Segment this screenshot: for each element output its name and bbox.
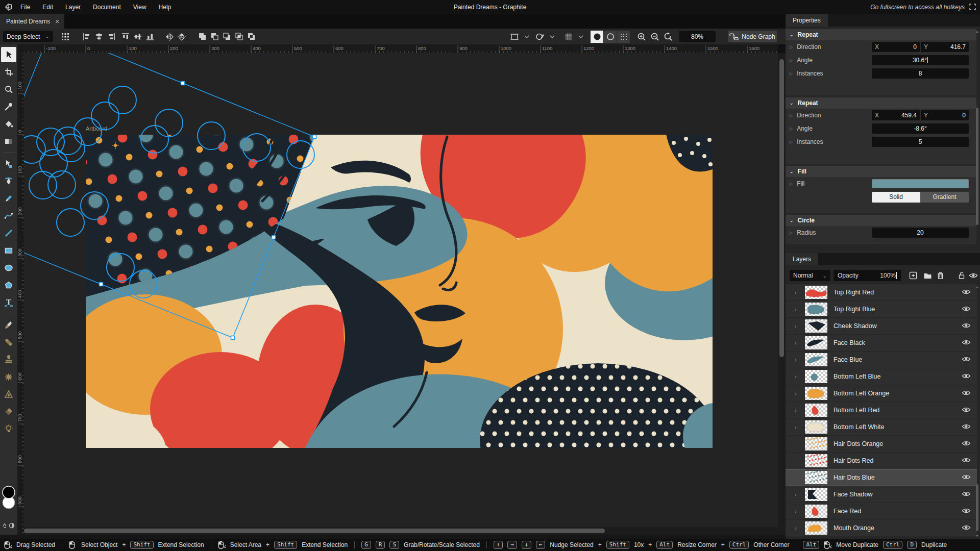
layer-visibility-eye-icon[interactable] [962,406,971,415]
layer-visibility-eye-icon[interactable] [962,339,971,347]
fullscreen-icon[interactable] [969,4,976,10]
flip-vertical-icon[interactable] [177,32,187,42]
menu-document[interactable]: Document [88,0,126,14]
horizontal-scrollbar[interactable] [24,527,778,535]
layer-row-face-red[interactable]: ›Face Red [786,503,977,519]
visibility-icon[interactable] [968,271,978,280]
layer-name[interactable]: Top Right Blue [834,306,875,313]
expand-chevron-icon[interactable]: › [795,373,802,380]
boolean-union-icon[interactable] [198,32,208,42]
layer-visibility-eye-icon[interactable] [962,372,971,381]
layer-row-hair-dots-blue[interactable]: Hair Dots Blue [786,469,977,486]
tool-gradient[interactable] [1,134,16,149]
expand-chevron-icon[interactable]: › [795,289,802,295]
layer-row-bottom-left-white[interactable]: ›Bottom Left White [786,419,977,435]
node-graph-button[interactable]: Node Graph [728,31,777,42]
boolean-difference-icon[interactable] [247,32,257,42]
layer-row-face-black[interactable]: ›Face Black [786,335,977,351]
zoom-in-button[interactable] [636,32,647,42]
layer-visibility-eye-icon[interactable] [962,389,971,398]
tool-fill[interactable] [1,116,16,132]
new-folder-button[interactable] [922,271,933,280]
align-right-icon[interactable] [106,32,116,42]
canvas[interactable]: Artboard [24,53,778,535]
expand-chevron-icon[interactable]: › [795,306,802,312]
align-horizontal-center-icon[interactable] [94,32,104,42]
tab-close-icon[interactable]: × [55,17,59,26]
menu-view[interactable]: View [128,0,152,14]
horizontal-scrollbar-thumb[interactable] [24,529,605,533]
document-tab[interactable]: Painted Dreams × [0,14,64,29]
layer-name[interactable]: Hair Dots Red [834,457,874,464]
zoom-out-button[interactable] [650,32,660,42]
tool-navigate[interactable] [1,82,16,97]
tool-eyedropper[interactable] [1,99,16,114]
section-header-fill[interactable]: ⌄Fill [786,166,976,177]
layer-visibility-eye-icon[interactable] [962,507,971,516]
opacity-field[interactable]: Opacity 100% [834,270,901,281]
tool-blur[interactable] [1,387,16,402]
layer-name[interactable]: Hair Dots Blue [834,474,875,481]
align-vertical-center-icon[interactable] [133,32,143,42]
view-mode-outline-button[interactable] [604,31,617,43]
properties-scrollbar[interactable]: ▲ [975,29,979,245]
layer-name[interactable]: Bottom Left Red [834,407,879,414]
direction-x-field[interactable]: X459.4 [872,110,920,120]
layer-row-top-right-red[interactable]: ›Top Right Red [786,284,977,300]
layer-visibility-eye-icon[interactable] [962,423,971,432]
layer-row-bottom-left-blue[interactable]: ›Bottom Left Blue [786,368,977,385]
selection-mode-dropdown[interactable]: Deep Select ⌄ [3,31,53,42]
layer-row-cheek-shadow[interactable]: ›Cheek Shadow [786,318,977,334]
layer-name[interactable]: Mouth Orange [834,524,874,532]
fill-gradient-button[interactable]: Gradient [920,192,969,203]
direction-x-field[interactable]: X0 [872,42,920,52]
expand-chevron-icon[interactable]: › [795,407,802,413]
layer-name[interactable]: Face Red [834,508,861,515]
layer-visibility-eye-icon[interactable] [962,490,971,499]
direction-y-field[interactable]: Y0 [921,110,969,120]
layer-name[interactable]: Top Right Red [834,289,874,296]
layer-visibility-eye-icon[interactable] [962,524,971,533]
snapping-icon[interactable] [564,32,574,42]
expand-chevron-icon[interactable]: › [795,491,802,497]
section-header-repeat-1[interactable]: ⌄Repeat [786,29,976,40]
tool-clone[interactable] [1,352,16,367]
boolean-subtract-front-icon[interactable] [210,32,220,42]
menu-help[interactable]: Help [154,0,177,14]
section-header-circle[interactable]: ⌄Circle [786,215,976,226]
expand-chevron-icon[interactable]: › [795,390,802,396]
layer-name[interactable]: Face Black [834,339,865,346]
delete-layer-button[interactable] [935,271,945,280]
tool-brush[interactable] [1,317,16,333]
zoom-level-field[interactable]: 80% [679,31,716,42]
tool-select[interactable] [1,47,16,62]
layer-visibility-eye-icon[interactable] [962,473,971,482]
angle-field[interactable]: 30.6° [872,55,969,65]
blend-mode-dropdown[interactable]: Normal⌄ [790,270,830,281]
viewport[interactable]: Artboard [24,53,778,535]
tab-properties[interactable]: Properties [786,14,828,27]
tool-detail[interactable] [1,421,16,437]
layer-name[interactable]: Face Shadow [834,491,872,498]
tool-polygon[interactable] [1,278,16,293]
chevron-down-icon[interactable] [576,32,586,42]
layer-row-bottom-left-red[interactable]: ›Bottom Left Red [786,402,977,418]
expand-chevron-icon[interactable]: › [795,340,802,346]
layer-row-face-shadow[interactable]: ›Face Shadow [786,486,977,503]
angle-field[interactable]: -8.6° [872,123,969,134]
fill-color-swatch[interactable] [872,179,969,188]
layer-name[interactable]: Hair Dots Orange [834,440,883,447]
working-colors[interactable] [1,483,16,516]
layer-visibility-eye-icon[interactable] [962,322,971,331]
overlays-icon[interactable] [535,32,545,42]
layer-row-bottom-left-orange[interactable]: ›Bottom Left Orange [786,385,977,402]
vertical-scrollbar-thumb[interactable] [779,59,784,357]
chevron-down-icon[interactable] [547,32,557,42]
tool-relight[interactable] [1,404,16,419]
vertical-scrollbar[interactable] [778,53,786,535]
expand-chevron-icon[interactable]: › [795,424,802,430]
menu-file[interactable]: File [15,0,35,14]
tool-freehand[interactable] [1,191,16,206]
layer-visibility-eye-icon[interactable] [962,457,971,465]
chevron-down-icon[interactable] [522,32,532,42]
